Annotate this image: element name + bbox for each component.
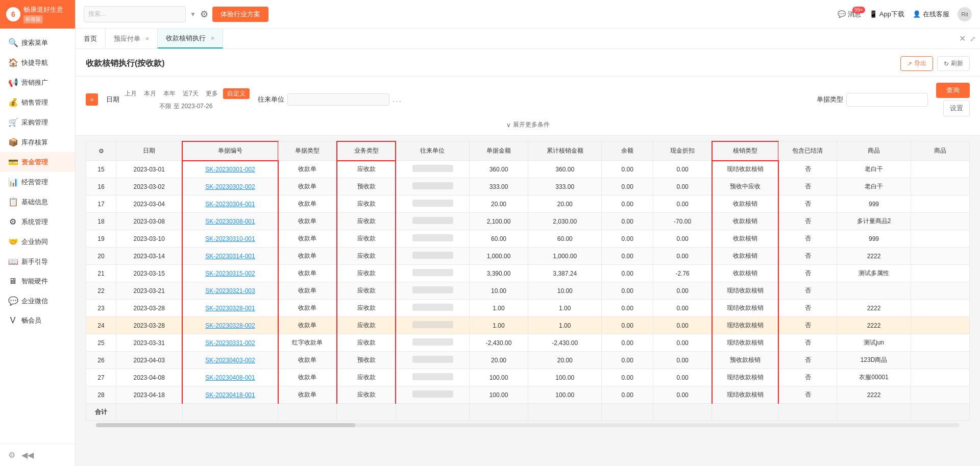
sidebar-item-enterprise[interactable]: 🤝企业协同 — [0, 232, 75, 252]
filter-dots[interactable]: ... — [393, 95, 402, 104]
doc-no-link[interactable]: SK-20230331-002 — [205, 339, 255, 347]
col-header-settings[interactable]: ⚙ — [86, 141, 116, 161]
doc-no-link[interactable]: SK-20230302-002 — [205, 183, 255, 190]
cell-goods: 999 — [837, 195, 911, 213]
tab-expand-icon[interactable]: ⤢ — [970, 35, 976, 43]
filter-row: » 日期 上月 本月 本年 近7天 更多 自定义 不限 至 2023-07-26 — [86, 83, 970, 116]
cell-included: 否 — [778, 282, 837, 300]
cell-doc_no[interactable]: SK-20230301-002 — [182, 161, 278, 178]
industry-btn[interactable]: 体验行业方案 — [212, 7, 268, 22]
sidebar-item-member[interactable]: V畅会员 — [0, 311, 75, 330]
horizontal-scrollbar[interactable] — [96, 423, 960, 427]
date-btn-more[interactable]: 更多 — [204, 88, 220, 99]
cell-doc_no[interactable]: SK-20230302-002 — [182, 178, 278, 195]
doc-no-link[interactable]: SK-20230308-001 — [205, 218, 255, 225]
cell-doc_no[interactable]: SK-20230321-003 — [182, 282, 278, 300]
sidebar-item-marketing[interactable]: 📢营销推广 — [0, 72, 75, 92]
tab-home[interactable]: 首页 — [76, 29, 106, 48]
cell-biz_type: 应收款 — [337, 230, 396, 248]
refresh-btn[interactable]: ↻ 刷新 — [937, 56, 970, 71]
settings-gear-icon[interactable]: ⚙ — [8, 450, 15, 460]
cell-unit — [396, 248, 469, 265]
sidebar-item-guide[interactable]: 📖新手引导 — [0, 252, 75, 272]
cell-doc_no[interactable]: SK-20230328-002 — [182, 317, 278, 334]
date-btn-cur-month[interactable]: 本月 — [142, 88, 158, 99]
cell-doc_no[interactable]: SK-20230314-001 — [182, 248, 278, 265]
sidebar-item-finance[interactable]: 💳资金管理 — [0, 152, 75, 172]
header-avatar[interactable]: Rit — [958, 7, 972, 21]
tab-prepay[interactable]: 预应付单× — [106, 29, 158, 48]
filter-settings-btn[interactable]: 设置 — [943, 100, 970, 116]
header-search-box[interactable]: 搜索... — [84, 6, 186, 22]
header-dropdown-arrow[interactable]: ▼ — [190, 11, 196, 18]
cell-doc_no[interactable]: SK-20230408-001 — [182, 369, 278, 386]
doc-no-link[interactable]: SK-20230310-001 — [205, 235, 255, 242]
col-header-cancel_type: 核销类型 — [712, 141, 778, 161]
date-range-text: 不限 至 2023-07-26 — [159, 102, 212, 111]
filter-toggle[interactable]: » — [86, 93, 98, 106]
cell-doc_no[interactable]: SK-20230418-001 — [182, 386, 278, 404]
header-gear-icon[interactable]: ⚙ — [200, 9, 208, 20]
sidebar-item-operation[interactable]: 📊经营管理 — [0, 172, 75, 192]
cell-biz_type: 应收款 — [337, 386, 396, 404]
filter-type-item: 单据类型 — [817, 93, 928, 107]
sidebar-item-hardware[interactable]: 🖥智能硬件 — [0, 272, 75, 291]
cell-doc_no[interactable]: SK-20230403-002 — [182, 352, 278, 369]
sidebar-item-basic[interactable]: 📋基础信息 — [0, 192, 75, 212]
date-btn-custom[interactable]: 自定义 — [223, 88, 250, 99]
settings-col-icon[interactable]: ⚙ — [99, 148, 104, 155]
doc-no-link[interactable]: SK-20230408-001 — [205, 374, 255, 381]
date-btn-prev-month[interactable]: 上月 — [122, 88, 139, 99]
sidebar-item-system[interactable]: ⚙系统管理 — [0, 212, 75, 232]
sidebar-item-wechat[interactable]: 💬企业微信 — [0, 291, 75, 311]
doc-no-link[interactable]: SK-20230304-001 — [205, 201, 255, 208]
doc-no-link[interactable]: SK-20230314-001 — [205, 253, 255, 260]
cell-goods2 — [911, 300, 969, 317]
sidebar-item-search[interactable]: 🔍搜索菜单 — [0, 33, 75, 53]
export-btn[interactable]: ↗ 导出 — [900, 56, 933, 71]
doc-no-link[interactable]: SK-20230418-001 — [205, 391, 255, 399]
nav-label-purchase: 采购管理 — [21, 118, 48, 127]
tab-close-prepay[interactable]: × — [145, 35, 149, 42]
header-msg[interactable]: 💬 消息 99+ — [838, 10, 861, 19]
cell-doc_no[interactable]: SK-20230304-001 — [182, 195, 278, 213]
cell-balance: 0.00 — [602, 178, 653, 195]
doc-no-link[interactable]: SK-20230328-002 — [205, 322, 255, 329]
type-select[interactable] — [846, 93, 928, 107]
cell-discount: -70.00 — [653, 213, 712, 230]
nav-label-hardware: 智能硬件 — [21, 277, 48, 286]
sidebar-item-purchase[interactable]: 🛒采购管理 — [0, 112, 75, 132]
cell-doc_no[interactable]: SK-20230310-001 — [182, 230, 278, 248]
sidebar-item-inventory[interactable]: 📦库存核算 — [0, 132, 75, 152]
cell-doc_type: 收款单 — [278, 282, 337, 300]
doc-no-link[interactable]: SK-20230301-002 — [205, 166, 255, 173]
doc-no-link[interactable]: SK-20230321-003 — [205, 287, 255, 295]
cell-doc_no[interactable]: SK-20230308-001 — [182, 213, 278, 230]
cell-balance: 0.00 — [602, 369, 653, 386]
doc-no-link[interactable]: SK-20230403-002 — [205, 357, 255, 364]
cell-doc_no[interactable]: SK-20230331-002 — [182, 334, 278, 352]
cell-cancel_type: 现结收款核销 — [712, 282, 778, 300]
tab-close-all-icon[interactable]: ✕ — [959, 34, 966, 43]
header-app[interactable]: 📱 App下载 — [869, 10, 904, 19]
cell-doc_no[interactable]: SK-20230328-001 — [182, 300, 278, 317]
unit-input[interactable] — [287, 93, 389, 106]
date-btn-7days[interactable]: 近7天 — [181, 88, 201, 99]
date-btn-year[interactable]: 本年 — [161, 88, 178, 99]
cell-date: 2023-03-28 — [116, 300, 183, 317]
doc-no-link[interactable]: SK-20230315-002 — [205, 270, 255, 277]
tab-collection[interactable]: 收款核销执行× — [158, 29, 223, 48]
doc-no-link[interactable]: SK-20230328-001 — [205, 305, 255, 312]
cell-doc_no[interactable]: SK-20230315-002 — [182, 265, 278, 282]
collapse-icon[interactable]: ◀◀ — [21, 450, 34, 460]
cell-date: 2023-03-01 — [116, 161, 183, 178]
col-header-balance: 余额 — [602, 141, 653, 161]
sidebar-item-sales[interactable]: 💰销售管理 — [0, 92, 75, 112]
sidebar-item-quicknav[interactable]: 🏠快捷导航 — [0, 53, 75, 72]
expand-btn[interactable]: ∨ 展开更多条件 — [506, 120, 550, 129]
query-btn[interactable]: 查询 — [936, 83, 970, 98]
scrollbar-thumb[interactable] — [96, 423, 355, 427]
table-row: 182023-03-08SK-20230308-001收款单应收款2,100.0… — [86, 213, 970, 230]
tab-close-collection[interactable]: × — [211, 35, 214, 42]
header-service[interactable]: 👤 在线客服 — [913, 10, 949, 19]
